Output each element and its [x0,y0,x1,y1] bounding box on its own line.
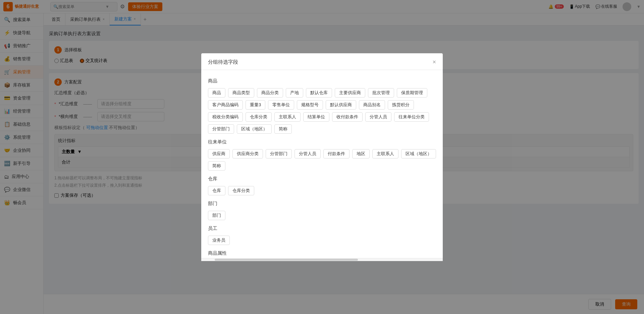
field-weight3[interactable]: 重量3 [246,100,265,110]
field-main-supplier[interactable]: 主要供应商 [335,88,365,98]
field-warehouse-cat[interactable]: 仓库分类 [246,112,272,122]
section-title-partner: 往来单位 [208,139,436,145]
field-tags-partner: 供应商 供应商分类 分管部门 分管人员 付款条件 地区 主联系人 区域（地区） … [208,149,436,171]
field-warehouse[interactable]: 仓库 [208,186,225,195]
modal: 分组待选字段 × 商品 商品 商品类型 商品分类 产地 默认仓库 主要供应商 批… [201,53,443,261]
field-region[interactable]: 区域（地区） [237,124,272,134]
field-retail-unit[interactable]: 零售单位 [268,100,294,110]
field-mgmt-dept[interactable]: 分管部门 [208,124,234,134]
field-salesperson[interactable]: 业务员 [208,236,230,245]
field-partner-person[interactable]: 分管人员 [294,149,321,159]
field-default-warehouse[interactable]: 默认仓库 [306,88,332,98]
field-batch-mgmt[interactable]: 批次管理 [368,88,394,98]
field-supplier-cat[interactable]: 供应商分类 [232,149,263,159]
section-title-goods-attr: 商品属性 [208,250,436,256]
field-short-name[interactable]: 简称 [274,124,292,134]
modal-header: 分组待选字段 × [201,53,443,70]
field-dept[interactable]: 部门 [208,211,225,220]
field-contact-person[interactable]: 主联系人 [372,149,398,159]
field-pick-points[interactable]: 拣货积分 [388,100,414,110]
field-district[interactable]: 地区 [352,149,370,159]
field-tags-warehouse: 仓库 仓库分类 [208,186,436,195]
field-partner-shortname[interactable]: 简称 [208,161,225,171]
modal-body: 商品 商品 商品类型 商品分类 产地 默认仓库 主要供应商 批次管理 保质期管理… [201,70,443,258]
field-main-contact[interactable]: 主联系人 [274,112,301,122]
field-spec-model[interactable]: 规格型号 [297,100,323,110]
field-partner-cat[interactable]: 往来单位分类 [394,112,429,122]
field-goods-category[interactable]: 商品分类 [257,88,283,98]
field-tax-code[interactable]: 税收分类编码 [208,112,243,122]
field-partner-dept[interactable]: 分管部门 [266,149,292,159]
field-goods[interactable]: 商品 [208,88,225,98]
field-goods-type[interactable]: 商品类型 [228,88,254,98]
modal-hscroll[interactable] [201,258,443,261]
section-title-employee: 员工 [208,226,436,232]
field-origin[interactable]: 产地 [286,88,303,98]
field-tags-dept: 部门 [208,211,436,220]
modal-overlay[interactable]: 分组待选字段 × 商品 商品 商品类型 商品分类 产地 默认仓库 主要供应商 批… [0,0,644,314]
field-pay-terms[interactable]: 付款条件 [323,149,350,159]
field-payment-terms[interactable]: 收付款条件 [332,112,363,122]
section-title-goods: 商品 [208,78,436,84]
field-default-supplier[interactable]: 默认供应商 [326,100,356,110]
field-shelf-life[interactable]: 保质期管理 [397,88,427,98]
modal-hscroll-bar [215,259,358,261]
modal-close-btn[interactable]: × [432,59,436,66]
modal-title: 分组待选字段 [208,59,238,65]
field-customer-goods-code[interactable]: 客户商品编码 [208,100,243,110]
field-tags-employee: 业务员 [208,236,436,245]
field-warehouse-category[interactable]: 仓库分类 [228,186,254,195]
field-partner-region[interactable]: 区域（地区） [401,149,436,159]
section-title-dept: 部门 [208,201,436,207]
field-tags-goods: 商品 商品类型 商品分类 产地 默认仓库 主要供应商 批次管理 保质期管理 客户… [208,88,436,134]
field-settlement-unit[interactable]: 结算单位 [303,112,329,122]
field-supervisor[interactable]: 分管人员 [365,112,391,122]
field-supplier[interactable]: 供应商 [208,149,230,159]
field-goods-alias[interactable]: 商品别名 [359,100,385,110]
section-title-warehouse: 仓库 [208,176,436,182]
